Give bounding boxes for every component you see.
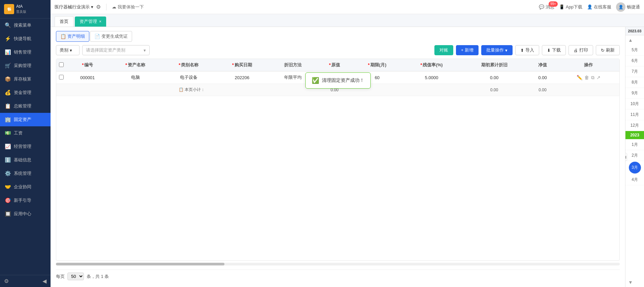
experience-btn[interactable]: ☁ 我要体验一下 [112, 4, 144, 10]
settings-icon[interactable]: ⚙ [96, 4, 101, 10]
th-residual: *残值率(%) [402, 59, 461, 71]
sidebar-item-label: 经营管理 [14, 144, 31, 150]
nav-tabs: 首页 资产管理 × [51, 14, 644, 27]
app-download-icon: 📱 [559, 4, 564, 9]
batch-ops-button[interactable]: 批量操作 ▾ [481, 45, 513, 55]
sidebar-item-basic-info[interactable]: ℹ️ 基础信息 [0, 153, 51, 167]
panel-collapse-btn[interactable]: ◀ [625, 153, 627, 161]
calendar-header: 2023.03 [625, 27, 644, 35]
month-9[interactable]: 9月 [625, 88, 644, 99]
td-category: 电子设备 [162, 71, 215, 84]
sidebar-item-label: 搜索菜单 [14, 22, 31, 28]
edit-icon[interactable]: ✏️ [577, 75, 582, 80]
th-code: *编号 [66, 59, 109, 71]
sidebar-item-quicknav[interactable]: ⚡ 快捷导航 [0, 32, 51, 45]
month-2[interactable]: 2月 [625, 150, 644, 161]
month-8[interactable]: 8月 [625, 77, 644, 88]
year-2023-label: 2023 [625, 131, 644, 139]
sub-tab-asset-detail[interactable]: 📋 资产明细 [56, 31, 89, 42]
panel-nav: ▲ [625, 35, 644, 45]
sub-tabs: 📋 资产明细 📄 变更生成凭证 [56, 31, 620, 42]
sidebar-item-system[interactable]: ⚙️ 系统管理 [0, 167, 51, 180]
delete-icon[interactable]: 🗑 [584, 75, 589, 80]
month-7[interactable]: 7月 [625, 66, 644, 77]
topbar: 医疗器械行业演示 ▾ ⚙ ☁ 我要体验一下 💬 消息 99+ 📱 App下载 👤… [51, 0, 644, 14]
td-purchase-date: 202206 [215, 71, 269, 84]
collapse-icon[interactable]: ◀ [42, 278, 47, 284]
print-label: 打印 [579, 47, 588, 53]
sidebar-item-salary[interactable]: 💵 工资 [0, 126, 51, 140]
sidebar-item-label: 工资 [14, 130, 23, 136]
toolbar-right: 对账 + 新增 批量操作 ▾ ⬆ 导入 ⬇ 下载 [434, 45, 620, 55]
app-download-btn[interactable]: 📱 App下载 [559, 4, 582, 10]
select-all-checkbox[interactable] [59, 62, 64, 67]
sidebar-item-search[interactable]: 🔍 搜索菜单 [0, 19, 51, 32]
tab-home-label: 首页 [60, 19, 68, 25]
subtotal-icon: 📋 [179, 87, 184, 92]
sidebar-item-label: 应用中心 [14, 211, 31, 217]
tab-asset-label: 资产管理 [80, 19, 97, 25]
month-4[interactable]: 4月 [625, 174, 644, 185]
more-icon[interactable]: ↗ [596, 75, 601, 80]
sidebar-item-operations[interactable]: 📈 经营管理 [0, 140, 51, 153]
th-net-value: 净值 [528, 59, 558, 71]
sidebar-item-fixed-assets[interactable]: 🏢 固定资产 [0, 113, 51, 126]
sidebar-item-label: 采购管理 [14, 63, 31, 69]
add-button[interactable]: + 新增 [456, 45, 479, 55]
month-12[interactable]: 12月 [625, 120, 644, 131]
message-btn[interactable]: 💬 消息 99+ [539, 4, 554, 10]
sidebar-item-ledger[interactable]: 📋 总账管理 [0, 99, 51, 113]
panel-nav-bottom: ▼ [625, 278, 644, 287]
month-11[interactable]: 11月 [625, 109, 644, 120]
company-selector[interactable]: 医疗器械行业演示 ▾ [55, 4, 93, 10]
sidebar-item-enterprise[interactable]: 🤝 企业协同 [0, 180, 51, 194]
tab-home[interactable]: 首页 [55, 16, 73, 27]
subtotal-empty-1 [56, 84, 66, 96]
user-label: 畅捷通 [627, 4, 640, 10]
per-page-label: 每页 [56, 274, 65, 280]
sidebar-item-label: 固定资产 [14, 117, 31, 123]
tab-asset-close[interactable]: × [99, 19, 101, 24]
month-6[interactable]: 6月 [625, 56, 644, 66]
per-page-select[interactable]: 50 [67, 273, 84, 280]
table-wrap: ✅ 清理固定资产成功！ *编号 *资产名称 *类别名称 *购买日期 [56, 59, 620, 261]
online-service-btn[interactable]: 👤 在线客服 [587, 4, 611, 10]
print-button[interactable]: 🖨 打印 [569, 45, 593, 55]
sidebar-item-inventory[interactable]: 📦 库存核算 [0, 72, 51, 86]
subtotal-net: 0.00 [528, 84, 558, 96]
app-download-label: App下载 [566, 4, 582, 10]
refresh-button[interactable]: ↻ 刷新 [596, 45, 620, 55]
sidebar-item-purchase[interactable]: 🛒 采购管理 [0, 59, 51, 72]
sidebar-item-label: 新手引导 [14, 197, 31, 203]
sidebar-item-sales[interactable]: 📊 销售管理 [0, 45, 51, 59]
online-service-icon: 👤 [587, 4, 592, 9]
sidebar-item-label: 基础信息 [14, 157, 31, 163]
sidebar-item-guide[interactable]: 🎯 新手引导 [0, 194, 51, 207]
settings-bottom-icon[interactable]: ⚙ [4, 278, 9, 284]
reconcile-button[interactable]: 对账 [434, 45, 453, 55]
sidebar-item-app-center[interactable]: 🔲 应用中心 [0, 207, 51, 221]
sidebar-item-label: 库存核算 [14, 76, 31, 82]
sidebar-item-finance[interactable]: 💰 资金管理 [0, 86, 51, 99]
row-checkbox[interactable] [59, 75, 64, 79]
horizontal-scrollbar[interactable] [56, 263, 620, 265]
copy-icon[interactable]: ⧉ [591, 75, 594, 81]
month-3-active[interactable]: 3月 [629, 162, 641, 174]
month-1[interactable]: 1月 [625, 139, 644, 150]
panel-down-arrow[interactable]: ▼ [627, 278, 634, 286]
category-input[interactable]: 请选择固定资产类别 ▾ [82, 45, 150, 55]
import-button[interactable]: ⬆ 导入 [515, 45, 539, 55]
scrollbar-thumb [56, 263, 224, 265]
panel-up-arrow[interactable]: ▲ [627, 36, 634, 44]
tab-asset[interactable]: 资产管理 × [75, 17, 106, 27]
import-icon: ⬆ [520, 48, 524, 53]
month-10[interactable]: 10月 [625, 99, 644, 109]
category-select[interactable]: 类别 ▾ [56, 45, 80, 55]
toast-message: 清理固定资产成功！ [322, 77, 364, 84]
download-button[interactable]: ⬇ 下载 [542, 45, 566, 55]
sub-tab-generate-voucher[interactable]: 📄 变更生成凭证 [90, 31, 132, 42]
user-menu[interactable]: 👤 畅捷通 [616, 2, 640, 12]
month-5[interactable]: 5月 [625, 45, 644, 56]
system-icon: ⚙️ [5, 170, 11, 177]
category-input-arrow: ▾ [144, 48, 146, 53]
